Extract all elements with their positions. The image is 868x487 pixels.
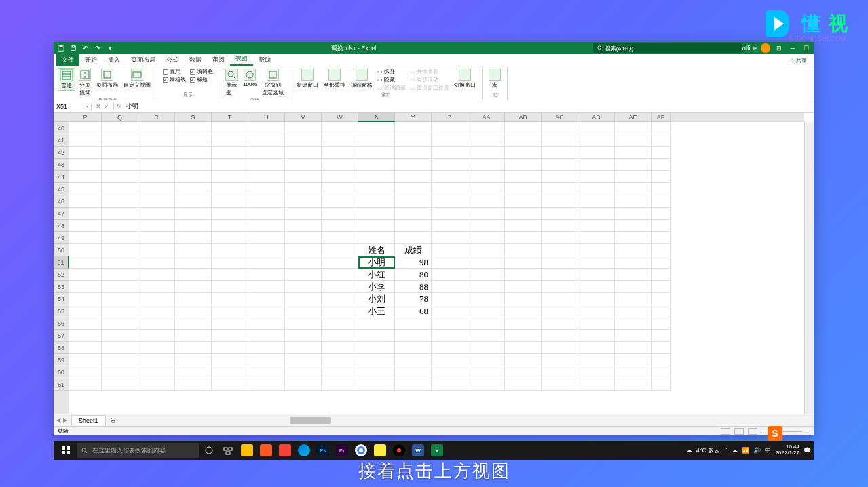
cell-Y56[interactable] xyxy=(395,317,432,330)
clock[interactable]: 10:44 2022/1/27 xyxy=(775,444,799,456)
cell-AA53[interactable] xyxy=(468,281,505,293)
row-header-41[interactable]: 41 xyxy=(54,134,69,147)
horizontal-scrollbar[interactable] xyxy=(290,417,331,424)
qat-dropdown-icon[interactable]: ▾ xyxy=(105,43,115,53)
cell-Z42[interactable] xyxy=(432,147,468,159)
cell-Q48[interactable] xyxy=(102,220,138,232)
cell-Y60[interactable] xyxy=(395,366,432,378)
cell-V48[interactable] xyxy=(285,220,322,232)
cell-Q61[interactable] xyxy=(102,378,138,391)
cell-AA52[interactable] xyxy=(468,269,505,281)
word-icon[interactable]: W xyxy=(409,441,427,460)
cell-P40[interactable] xyxy=(69,122,102,134)
sogou-ime-icon[interactable]: S xyxy=(768,426,782,441)
cell-Z45[interactable] xyxy=(432,183,468,195)
col-header-AA[interactable]: AA xyxy=(468,113,505,122)
row-header-51[interactable]: 51 xyxy=(54,256,69,269)
cell-AA51[interactable] xyxy=(468,256,505,269)
cell-AC42[interactable] xyxy=(542,147,578,159)
cell-S53[interactable] xyxy=(175,281,212,293)
weather-icon[interactable]: ☁ xyxy=(686,447,692,454)
cell-AE47[interactable] xyxy=(615,208,652,220)
cell-AC56[interactable] xyxy=(542,317,578,330)
cell-W45[interactable] xyxy=(322,183,358,195)
cell-X58[interactable] xyxy=(358,342,395,354)
cell-AC61[interactable] xyxy=(542,378,578,391)
cell-P53[interactable] xyxy=(69,281,102,293)
cell-X52[interactable]: 小红 xyxy=(358,269,395,281)
cell-X46[interactable] xyxy=(358,195,395,208)
cell-AE59[interactable] xyxy=(615,354,652,366)
tray-up-icon[interactable]: ˄ xyxy=(724,447,728,454)
cell-Z58[interactable] xyxy=(432,342,468,354)
page-layout-view-icon[interactable] xyxy=(734,428,744,435)
cell-T61[interactable] xyxy=(212,378,248,391)
cell-R43[interactable] xyxy=(138,159,175,171)
cell-P54[interactable] xyxy=(69,293,102,305)
vertical-scrollbar[interactable] xyxy=(804,122,814,414)
cell-AE58[interactable] xyxy=(615,342,652,354)
new-window-button[interactable]: 新建窗口 xyxy=(295,68,320,90)
task-view-icon[interactable] xyxy=(219,441,237,460)
cell-AC44[interactable] xyxy=(542,171,578,183)
cell-AE42[interactable] xyxy=(615,147,652,159)
normal-view-button[interactable]: 普通 xyxy=(58,68,75,91)
cell-V59[interactable] xyxy=(285,354,322,366)
cell-P57[interactable] xyxy=(69,330,102,342)
cell-AF51[interactable] xyxy=(652,256,671,269)
cell-W47[interactable] xyxy=(322,208,358,220)
cell-AB50[interactable] xyxy=(505,244,542,256)
cell-U45[interactable] xyxy=(248,183,285,195)
cell-P46[interactable] xyxy=(69,195,102,208)
cell-AF53[interactable] xyxy=(652,281,671,293)
cell-AF47[interactable] xyxy=(652,208,671,220)
cell-AF46[interactable] xyxy=(652,195,671,208)
cell-S42[interactable] xyxy=(175,147,212,159)
fx-icon[interactable]: fx xyxy=(114,103,124,109)
tab-formulas[interactable]: 公式 xyxy=(161,54,184,66)
cell-AD58[interactable] xyxy=(578,342,615,354)
cell-AA42[interactable] xyxy=(468,147,505,159)
cell-AC55[interactable] xyxy=(542,305,578,317)
cell-AB46[interactable] xyxy=(505,195,542,208)
cell-Q58[interactable] xyxy=(102,342,138,354)
cell-U42[interactable] xyxy=(248,147,285,159)
app-icon-1[interactable] xyxy=(257,441,275,460)
cell-V53[interactable] xyxy=(285,281,322,293)
cell-X56[interactable] xyxy=(358,317,395,330)
cell-S59[interactable] xyxy=(175,354,212,366)
cell-S56[interactable] xyxy=(175,317,212,330)
cell-AD43[interactable] xyxy=(578,159,615,171)
cell-AF57[interactable] xyxy=(652,330,671,342)
sheet-tab-1[interactable]: Sheet1 xyxy=(71,415,106,425)
cell-U57[interactable] xyxy=(248,330,285,342)
cell-X60[interactable] xyxy=(358,366,395,378)
col-header-AC[interactable]: AC xyxy=(542,113,578,122)
cell-R51[interactable] xyxy=(138,256,175,269)
row-header-56[interactable]: 56 xyxy=(54,317,69,330)
cell-S57[interactable] xyxy=(175,330,212,342)
cell-Z60[interactable] xyxy=(432,366,468,378)
cell-Q55[interactable] xyxy=(102,305,138,317)
cell-S41[interactable] xyxy=(175,134,212,147)
ribbon-options-icon[interactable]: ⊡ xyxy=(774,43,784,53)
normal-view-icon[interactable] xyxy=(721,428,730,435)
cell-AE40[interactable] xyxy=(615,122,652,134)
col-header-R[interactable]: R xyxy=(138,113,175,122)
cell-W52[interactable] xyxy=(322,269,358,281)
row-header-58[interactable]: 58 xyxy=(54,342,69,354)
cell-AC60[interactable] xyxy=(542,366,578,378)
cell-AD60[interactable] xyxy=(578,366,615,378)
cell-U52[interactable] xyxy=(248,269,285,281)
cell-AE57[interactable] xyxy=(615,330,652,342)
cell-W59[interactable] xyxy=(322,354,358,366)
cell-AC54[interactable] xyxy=(542,293,578,305)
cell-Q53[interactable] xyxy=(102,281,138,293)
cell-P58[interactable] xyxy=(69,342,102,354)
cell-S45[interactable] xyxy=(175,183,212,195)
cell-AB53[interactable] xyxy=(505,281,542,293)
ime-icon[interactable]: 中 xyxy=(765,446,771,455)
cell-AB47[interactable] xyxy=(505,208,542,220)
cell-AE60[interactable] xyxy=(615,366,652,378)
gridlines-checkbox[interactable]: 网格线 xyxy=(162,76,187,83)
